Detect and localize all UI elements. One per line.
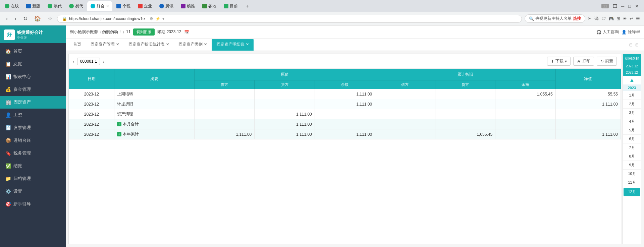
tab-label: 各地: [208, 3, 216, 9]
sidebar-item-guide[interactable]: 🎯 新手引导: [0, 198, 66, 210]
undo-icon[interactable]: ↩: [630, 16, 633, 21]
next-account-button[interactable]: ›: [103, 59, 104, 64]
period-month-3[interactable]: 3月: [623, 109, 641, 117]
prev-account-button[interactable]: ‹: [73, 59, 74, 64]
minimize-panel-icon[interactable]: ⊟: [629, 43, 633, 47]
tab-close-icon[interactable]: ✕: [166, 42, 169, 47]
browser-tab-geshui[interactable]: 个税: [113, 1, 134, 11]
bookmark-button[interactable]: ☆: [46, 15, 54, 22]
restore-window-icon[interactable]: 🗖: [613, 4, 617, 9]
shield-icon[interactable]: 🛡: [601, 16, 606, 21]
period-month-11[interactable]: 11月: [623, 178, 641, 187]
home-button[interactable]: 🏠: [32, 15, 43, 22]
sidebar-item-tax[interactable]: 🔖 税务管理: [0, 147, 66, 160]
logo-subtitle: 专业版: [17, 36, 43, 40]
print-button[interactable]: 🖨 打印: [573, 57, 594, 66]
period-month-12[interactable]: 12月: [624, 188, 640, 196]
grid-icon[interactable]: ⊞: [616, 16, 620, 21]
sidebar-item-funds[interactable]: 💰 资金管理: [0, 83, 66, 96]
table-row[interactable]: 2023-12 上期结转 1,111.00 1,055.45 55.55: [69, 89, 621, 99]
period-month-7[interactable]: 7月: [623, 143, 641, 152]
ai-consult-button[interactable]: 🎧 人工咨询: [596, 29, 619, 35]
menu-icon[interactable]: ☰: [636, 16, 640, 21]
tab-asset-category[interactable]: 固定资产类别 ✕: [174, 39, 212, 51]
period-month-6[interactable]: 6月: [623, 135, 641, 143]
refresh-label: 刷新: [605, 58, 613, 64]
tab-close-icon[interactable]: ✕: [246, 42, 249, 47]
refresh-icon: ↻: [600, 59, 604, 64]
sidebar-nav: 🏠 首页 📋 总账 📊 报表中心 💰 资金管理 🏢 固定资产 👤 工资: [0, 43, 66, 247]
period-year: 2023: [623, 84, 641, 91]
period-scroll-up[interactable]: ▲: [623, 76, 641, 84]
user-profile-button[interactable]: 👤 徐译华: [622, 29, 640, 35]
period-month-8[interactable]: 8月: [623, 152, 641, 161]
sidebar-item-close[interactable]: ✅ 结账: [0, 160, 66, 172]
sidebar-item-purchase-sales[interactable]: 📦 进销台账: [0, 134, 66, 147]
table-row-annual-total[interactable]: 2023-12 +本年累计 1,111.00 1,111.00 1,111.00…: [69, 129, 621, 139]
tab-asset-detail-ledger[interactable]: 固定资产明细账 ✕: [212, 39, 254, 51]
browser-tab-tencent[interactable]: 腾讯: [156, 1, 177, 11]
tab-expand-button[interactable]: ⊟ ⊞: [629, 43, 641, 47]
sidebar-item-fixed-assets[interactable]: 🏢 固定资产: [0, 96, 66, 109]
calendar-icon[interactable]: 📅: [184, 30, 189, 35]
col-header-accumulated-dep: 累计折旧: [375, 69, 555, 80]
period-month-1[interactable]: 1月: [623, 91, 641, 100]
back-button[interactable]: ‹: [4, 15, 10, 22]
maximize-icon[interactable]: □: [628, 4, 631, 9]
refresh-button[interactable]: ↻: [21, 15, 30, 22]
dropdown-icon[interactable]: ▾: [162, 16, 164, 21]
sidebar-item-reports[interactable]: 📊 报表中心: [0, 70, 66, 83]
download-button[interactable]: ⬇ 下载 ▾: [547, 57, 571, 66]
refresh-button[interactable]: ↻ 刷新: [597, 57, 617, 66]
sidebar-item-label: 设置: [13, 188, 22, 194]
close-window-icon[interactable]: ✕: [635, 4, 639, 9]
tab-close-icon[interactable]: ✕: [204, 42, 207, 47]
scissors-icon[interactable]: ✂: [588, 16, 592, 21]
maximize-panel-icon[interactable]: ⊞: [635, 43, 639, 47]
sidebar-item-general-ledger[interactable]: 📋 总账: [0, 58, 66, 70]
translate-icon[interactable]: 译: [594, 16, 599, 22]
sidebar-item-invoice[interactable]: 🧾 发票管理: [0, 121, 66, 134]
search-box[interactable]: 🔍 央视更新主持人名单 热搜: [525, 14, 585, 23]
tab-home[interactable]: 首页: [68, 39, 86, 51]
account-code-box[interactable]: 000001 1: [77, 58, 100, 65]
browser-tab-yidai2[interactable]: 易代: [66, 1, 87, 11]
browser-tab-online[interactable]: 在线: [1, 1, 22, 11]
game-icon[interactable]: 🎮: [608, 16, 614, 21]
period-month-2[interactable]: 2月: [623, 100, 641, 109]
period-month-10[interactable]: 10月: [623, 170, 641, 178]
switch-version-button[interactable]: 切到旧版: [133, 28, 155, 36]
tab-close-icon[interactable]: ✕: [106, 4, 109, 8]
table-row-monthly-total[interactable]: 2023-12 +本月合计 1,111.00: [69, 119, 621, 129]
sidebar-item-settings[interactable]: ⚙️ 设置: [0, 185, 66, 198]
browser-tab-gedi[interactable]: 各地: [199, 1, 220, 11]
tab-fixed-assets-mgmt[interactable]: 固定资产管理 ✕: [86, 39, 124, 51]
url-text: https://cloud.chanjet.com/accounting/uw1…: [69, 16, 145, 21]
table-row[interactable]: 2023-12 计提折旧 1,111.00 1,111.00: [69, 99, 621, 109]
cell-dep-balance: [495, 109, 555, 119]
browser-tab-new[interactable]: 新版: [23, 1, 44, 11]
table-row[interactable]: 2023-12 资产清理 1,111.00: [69, 109, 621, 119]
period-month-9[interactable]: 9月: [623, 161, 641, 170]
minimize-icon[interactable]: ─: [621, 4, 624, 9]
browser-tab-yidai1[interactable]: 易代: [44, 1, 65, 11]
sun-icon[interactable]: ☀: [623, 16, 627, 21]
new-tab-button[interactable]: ＋: [242, 1, 253, 11]
period-month-5[interactable]: 5月: [623, 126, 641, 135]
browser-tab-muqian[interactable]: 目前: [220, 1, 241, 11]
sidebar-item-home[interactable]: 🏠 首页: [0, 45, 66, 58]
sidebar-item-archive[interactable]: 📁 归档管理: [0, 172, 66, 185]
browser-tab-chang[interactable]: 畅推: [177, 1, 198, 11]
browser-tab-haohui[interactable]: 好会 ✕: [87, 1, 112, 11]
cell-orig-balance: 1,111.00: [315, 99, 375, 109]
browser-tab-qiye[interactable]: 企业: [135, 1, 155, 11]
invoice-icon: 🧾: [5, 125, 11, 130]
forward-button[interactable]: ›: [12, 15, 18, 22]
url-bar[interactable]: 🔒 https://cloud.chanjet.com/accounting/u…: [57, 15, 522, 23]
cell-dep-credit: [435, 89, 495, 99]
account-code: 000001: [80, 59, 94, 64]
sidebar-item-payroll[interactable]: 👤 工资: [0, 109, 66, 121]
tab-depreciation-stats[interactable]: 固定资产折旧统计表 ✕: [124, 39, 174, 51]
period-month-4[interactable]: 4月: [623, 117, 641, 126]
tab-close-icon[interactable]: ✕: [116, 42, 119, 47]
